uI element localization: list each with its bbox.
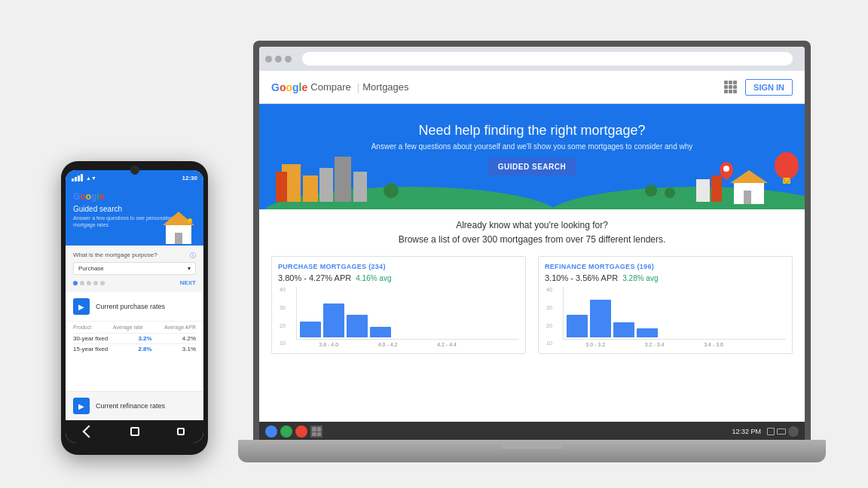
taskbar-battery-icon [777, 429, 786, 435]
hero-title: Need help finding the right mortgage? [371, 123, 693, 139]
browse-line2: Browse a list of over 300 mortgages from… [271, 233, 793, 247]
product-30yr: 30-year fixed [73, 335, 108, 342]
recents-button[interactable] [174, 425, 188, 438]
close-icon[interactable] [265, 56, 272, 63]
guided-search-button[interactable]: GUIDED SEARCH [487, 158, 576, 175]
svg-point-17 [723, 166, 729, 172]
taskbar-time: 12:32 PM [732, 428, 761, 435]
header-divider: | [357, 81, 359, 93]
phone-hero: Google Guided search Answer a few questi… [66, 185, 203, 246]
next-button[interactable]: NEXT [180, 279, 196, 286]
maximize-icon[interactable] [285, 56, 292, 63]
phone-form: What is the mortgage purpose? ⓘ Purchase… [66, 246, 203, 292]
rate-30yr: 3.2% [138, 335, 151, 342]
taskbar-wifi-icon [767, 428, 775, 435]
svg-rect-3 [276, 172, 287, 202]
signal-icon [72, 174, 83, 181]
taskbar-apps-icon[interactable] [310, 425, 322, 438]
phone-question: What is the mortgage purpose? ⓘ [73, 252, 196, 260]
apr-30yr: 4.2% [182, 335, 196, 342]
grid-icon[interactable] [724, 81, 738, 94]
purchase-y-labels: 10 20 30 40 [280, 287, 286, 347]
taskbar-user-icon[interactable] [788, 426, 799, 437]
laptop-screen-outer: Google Compare | Mortgages SIGN IN [253, 41, 811, 441]
svg-rect-5 [319, 168, 333, 202]
phone-nav-bar [66, 420, 203, 443]
table-header: Product Average rate Average APR [73, 325, 196, 330]
phone: ▲▼ 12:30 Google Guided search Answer a f… [61, 161, 208, 455]
purchase-chart-labels: 3.8 - 4.0 4.0 - 4.2 4.2 - 4.4 [296, 342, 519, 347]
hero-text: Need help finding the right mortgage? An… [371, 123, 693, 152]
minimize-icon[interactable] [275, 56, 282, 63]
taskbar-google-icon[interactable] [265, 425, 277, 438]
rate-15yr: 2.8% [138, 346, 151, 352]
svg-rect-7 [353, 172, 367, 202]
purchase-rates-label: Current purchase rates [96, 303, 165, 310]
phone-house-illustration [160, 204, 197, 246]
browse-line1: Already know what you're looking for? [271, 218, 793, 233]
taskbar-maps-icon[interactable] [280, 425, 292, 438]
info-icon: ⓘ [190, 252, 196, 260]
phone-status-bar: ▲▼ 12:30 [66, 170, 203, 185]
svg-marker-14 [730, 170, 768, 183]
phone-list-item-refinance[interactable]: ▶ Current refinance rates [66, 391, 203, 420]
google-logo: Google [271, 81, 307, 93]
chevron-down-icon: ▾ [188, 265, 191, 272]
dot-5 [100, 281, 105, 285]
purchase-chart-area [296, 287, 519, 340]
hero-subtitle: Answer a few questions about yourself an… [371, 142, 693, 152]
svg-point-1 [546, 187, 805, 209]
laptop: Google Compare | Mortgages SIGN IN [238, 41, 826, 462]
home-button[interactable] [128, 425, 142, 438]
svg-point-10 [384, 183, 399, 198]
mortgages-text: Mortgages [362, 81, 408, 93]
phone-select-field[interactable]: Purchase ▾ [73, 262, 196, 275]
network-icon: ▲▼ [86, 175, 96, 181]
refinance-chart-labels: 3.0 - 3.2 3.2 - 3.4 3.4 - 3.6 [563, 342, 786, 347]
svg-rect-20 [783, 178, 790, 184]
scene: Google Compare | Mortgages SIGN IN [20, 11, 848, 477]
purchase-chart-title: PURCHASE MORTGAGES (234) [278, 263, 519, 270]
svg-rect-9 [711, 175, 722, 202]
apr-15yr: 3.1% [182, 346, 196, 352]
phone-list-item-purchase[interactable]: ▶ Current purchase rates [66, 292, 203, 322]
phone-rates-table: Product Average rate Average APR 30-year… [66, 322, 203, 357]
phone-time: 12:30 [182, 175, 197, 181]
purchase-avg: 4.16% avg [356, 274, 391, 282]
sign-in-button[interactable]: SIGN IN [745, 79, 793, 96]
laptop-body [238, 440, 826, 462]
col-product: Product [73, 325, 91, 330]
purchase-apr-range: 3.80% - 4.27% APR [278, 273, 351, 282]
col-avg-rate: Average rate [113, 325, 143, 330]
dot-2 [80, 281, 84, 285]
svg-rect-6 [335, 157, 351, 202]
svg-rect-8 [696, 179, 710, 202]
hero-section: Need help finding the right mortgage? An… [259, 104, 805, 209]
svg-rect-4 [303, 175, 318, 202]
svg-point-11 [645, 185, 657, 197]
bar-3 [347, 315, 368, 337]
svg-rect-15 [744, 191, 751, 204]
phone-progress: NEXT [73, 279, 196, 286]
bar-1 [300, 322, 321, 337]
ref-bar-2 [590, 300, 611, 337]
phone-screen: ▲▼ 12:30 Google Guided search Answer a f… [66, 170, 203, 443]
svg-point-12 [665, 188, 675, 198]
address-bar[interactable] [302, 52, 793, 66]
ref-bar-1 [567, 315, 588, 337]
chrome-window-controls [265, 56, 292, 63]
laptop-screen: Google Compare | Mortgages SIGN IN [259, 47, 805, 441]
taskbar-youtube-icon[interactable] [295, 425, 307, 438]
purchase-apr-row: 3.80% - 4.27% APR 4.16% avg [278, 273, 519, 282]
product-15yr: 15-year fixed [73, 346, 108, 352]
purchase-chart-card: PURCHASE MORTGAGES (234) 3.80% - 4.27% A… [271, 256, 526, 354]
taskbar-system-icons [767, 426, 799, 437]
ref-bar-4 [637, 328, 658, 337]
purchase-rates-icon: ▶ [73, 298, 90, 315]
bar-2 [323, 303, 344, 338]
purchase-chart-wrapper: 10 20 30 40 [296, 287, 519, 347]
refinance-y-labels: 10 20 30 40 [546, 287, 552, 347]
browse-title: Already know what you're looking for? Br… [271, 218, 793, 247]
compare-text: Compare [310, 81, 350, 93]
back-button[interactable] [82, 425, 96, 438]
